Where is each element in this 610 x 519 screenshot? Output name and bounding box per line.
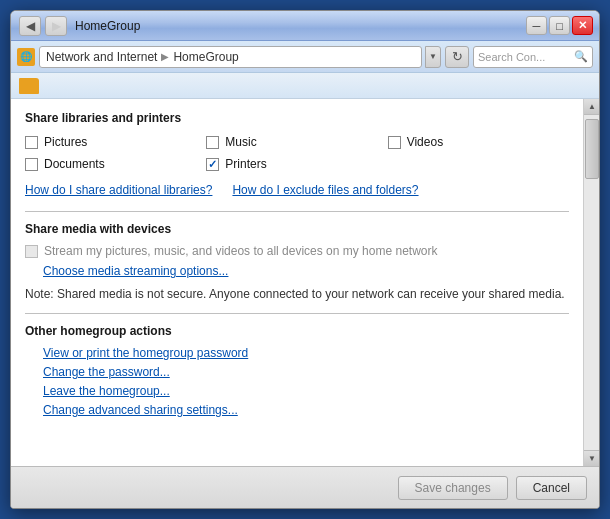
divider-1 [25,211,569,212]
refresh-button[interactable]: ↻ [445,46,469,68]
printers-checkbox[interactable]: ✓ [206,158,219,171]
scrollbar: ▲ ▼ [583,99,599,466]
scroll-thumb[interactable] [585,119,599,179]
documents-label: Documents [44,157,105,171]
close-button[interactable]: ✕ [572,16,593,35]
stream-label: Stream my pictures, music, and videos to… [44,244,438,258]
printers-label: Printers [225,157,266,171]
music-label: Music [225,135,256,149]
change-password-link[interactable]: Change the password... [43,365,569,379]
arrow-icon: ▶ [161,51,169,62]
music-checkbox-item[interactable]: Music [206,135,387,149]
choose-media-link[interactable]: Choose media streaming options... [43,264,228,278]
pictures-label: Pictures [44,135,87,149]
checkbox-grid-row2: Documents ✓ Printers [25,157,569,171]
checkbox-grid-row1: Pictures Music Videos [25,135,569,149]
videos-checkbox[interactable] [388,136,401,149]
address-dropdown-button[interactable]: ▼ [425,46,441,68]
bottom-bar: Save changes Cancel [11,466,599,508]
toolbar-strip [11,73,599,99]
other-actions-title: Other homegroup actions [25,324,569,338]
documents-checkbox[interactable] [25,158,38,171]
address-part1: Network and Internet [46,50,157,64]
network-icon: 🌐 [17,48,35,66]
search-box[interactable]: Search Con... 🔍 [473,46,593,68]
address-bar: 🌐 Network and Internet ▶ HomeGroup ▼ ↻ S… [11,41,599,73]
minimize-button[interactable]: ─ [526,16,547,35]
pictures-checkbox-item[interactable]: Pictures [25,135,206,149]
share-libraries-link[interactable]: How do I share additional libraries? [25,183,212,197]
folder-icon [19,78,39,94]
search-placeholder: Search Con... [478,51,545,63]
note-text: Note: Shared media is not secure. Anyone… [25,286,569,303]
address-part2: HomeGroup [173,50,238,64]
exclude-files-link[interactable]: How do I exclude files and folders? [232,183,418,197]
checkmark-icon: ✓ [208,159,217,170]
stream-row: Stream my pictures, music, and videos to… [25,244,569,258]
forward-button[interactable]: ▶ [45,16,67,36]
view-password-link[interactable]: View or print the homegroup password [43,346,569,360]
choose-link-container: Choose media streaming options... [43,264,569,278]
title-bar-left: ◀ ▶ HomeGroup [19,16,140,36]
main-area: Share libraries and printers Pictures Mu… [11,99,599,466]
cancel-button[interactable]: Cancel [516,476,587,500]
search-icon: 🔍 [574,50,588,63]
content-panel: Share libraries and printers Pictures Mu… [11,99,583,466]
pictures-checkbox[interactable] [25,136,38,149]
address-path[interactable]: Network and Internet ▶ HomeGroup [39,46,422,68]
main-window: ◀ ▶ HomeGroup ─ □ ✕ 🌐 Network and Intern… [10,10,600,509]
leave-homegroup-link[interactable]: Leave the homegroup... [43,384,569,398]
window-controls: ─ □ ✕ [526,16,593,35]
scroll-down-button[interactable]: ▼ [584,450,599,466]
divider-2 [25,313,569,314]
videos-label: Videos [407,135,443,149]
printers-checkbox-item[interactable]: ✓ Printers [206,157,387,171]
stream-checkbox[interactable] [25,245,38,258]
advanced-sharing-link[interactable]: Change advanced sharing settings... [43,403,569,417]
scroll-up-button[interactable]: ▲ [584,99,599,115]
title-bar: ◀ ▶ HomeGroup ─ □ ✕ [11,11,599,41]
share-libraries-title: Share libraries and printers [25,111,569,125]
back-button[interactable]: ◀ [19,16,41,36]
music-checkbox[interactable] [206,136,219,149]
documents-checkbox-item[interactable]: Documents [25,157,206,171]
links-row: How do I share additional libraries? How… [25,183,569,197]
scroll-track[interactable] [584,115,599,450]
videos-checkbox-item[interactable]: Videos [388,135,569,149]
maximize-button[interactable]: □ [549,16,570,35]
actions-section: View or print the homegroup password Cha… [25,346,569,417]
share-media-title: Share media with devices [25,222,569,236]
window-title: HomeGroup [75,19,140,33]
save-button[interactable]: Save changes [398,476,508,500]
